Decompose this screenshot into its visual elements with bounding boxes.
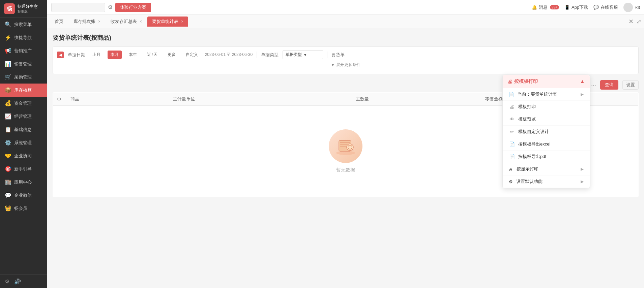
bell-icon: 🔔 xyxy=(532,5,537,10)
sidebar-item-member-label: 畅会员 xyxy=(14,205,27,212)
sidebar-item-member[interactable]: 👑 畅会员 xyxy=(0,202,47,215)
app-download-label: App下载 xyxy=(572,4,588,10)
logo-icon: 畅 xyxy=(4,3,15,14)
sidebar-item-wechat[interactable]: 💬 企业微信 xyxy=(0,189,47,202)
trial-button[interactable]: 体验行业方案 xyxy=(115,3,151,12)
filter-collapse-btn[interactable]: ◀ xyxy=(57,52,64,58)
sales-icon: 📊 xyxy=(5,61,11,67)
empty-illustration xyxy=(329,129,362,163)
tab-home[interactable]: 首页 xyxy=(50,17,68,27)
dropdown-item-export-pdf[interactable]: 📄 按模板导出pdf xyxy=(503,151,590,163)
member-icon: 👑 xyxy=(5,205,11,212)
set-default-arrow: ▶ xyxy=(581,179,584,184)
date-btn-last-month[interactable]: 上月 xyxy=(89,51,104,59)
topbar-gear-icon[interactable]: ⚙ xyxy=(108,4,113,10)
export-excel-label: 按模板导出excel xyxy=(518,141,550,147)
date-range-display: 2023-06-01 至 2023-06-30 xyxy=(205,52,253,58)
dropdown-current-item[interactable]: 📄 当前：要货单统计表 ▶ xyxy=(503,88,590,101)
svg-rect-3 xyxy=(340,144,347,145)
query-btn[interactable]: 查询 xyxy=(600,80,618,90)
sidebar: 畅 畅通好生意 标准版 🔍 搜索菜单 ⚡ 快捷导航 📢 营销推广 📊 销售管理 … xyxy=(0,0,47,288)
sidebar-item-enterprise[interactable]: 🤝 企业协同 xyxy=(0,149,47,162)
tab-home-label: 首页 xyxy=(55,19,63,25)
online-service-label: 在线客服 xyxy=(601,4,618,10)
settings-footer-icon[interactable]: ⚙ xyxy=(5,278,9,285)
col-settings: ⚙ xyxy=(53,93,66,106)
user-area[interactable]: Rit xyxy=(623,3,640,12)
dropdown-header: 🖨 按模板打印 ▲ xyxy=(503,75,590,88)
sidebar-item-quick-nav-label: 快捷导航 xyxy=(14,35,32,41)
col-unit: 主计量单位 xyxy=(169,93,352,106)
logo-badge: 标准版 xyxy=(18,9,38,14)
dropdown-item-display-print[interactable]: 🖨 按显示打印 ▶ xyxy=(503,163,590,175)
sidebar-item-marketing-label: 营销推广 xyxy=(14,48,32,54)
sidebar-item-finance[interactable]: 💰 资金管理 xyxy=(0,97,47,110)
sidebar-item-inventory[interactable]: 📦 库存核算 xyxy=(0,84,47,97)
sidebar-item-operation[interactable]: 📈 经营管理 xyxy=(0,110,47,123)
tab-collection-summary[interactable]: 收发存汇总表 × xyxy=(106,17,147,27)
date-btn-current-month[interactable]: 本月 xyxy=(108,51,122,59)
dropdown-item-template-preview[interactable]: 👁 模板预览 xyxy=(503,113,590,126)
tab-inventory-batch-close[interactable]: × xyxy=(98,19,100,24)
sidebar-item-appstore-label: 应用中心 xyxy=(14,179,32,185)
dropdown-collapse-btn[interactable]: ▲ xyxy=(580,78,585,85)
tab-order-stats[interactable]: 要货单统计表 × xyxy=(147,17,188,27)
notifications-btn[interactable]: 🔔 消息 99+ xyxy=(532,4,559,10)
print-dropdown-menu: 🖨 按模板打印 ▲ 📄 当前：要货单统计表 ▶ 🖨 模板打印 👁 模板预览 xyxy=(502,75,590,188)
dropdown-item-template-print[interactable]: 🖨 模板打印 xyxy=(503,101,590,113)
online-service-btn[interactable]: 💬 在线客服 xyxy=(593,4,618,10)
tab-order-stats-close[interactable]: × xyxy=(181,19,183,24)
date-btn-custom[interactable]: 自定义 xyxy=(183,51,201,59)
settings-btn[interactable]: 设置 xyxy=(622,80,639,90)
sidebar-item-sales[interactable]: 📊 销售管理 xyxy=(0,57,47,70)
sidebar-item-marketing[interactable]: 📢 营销推广 xyxy=(0,44,47,57)
col-quantity: 主数量 xyxy=(352,93,481,106)
date-btn-7days[interactable]: 近7天 xyxy=(144,51,160,59)
close-tab-btn[interactable]: ✕ xyxy=(628,18,634,25)
quick-nav-icon: ⚡ xyxy=(5,34,11,41)
sidebar-item-basic[interactable]: 📋 基础信息 xyxy=(0,123,47,136)
wechat-icon: 💬 xyxy=(5,192,11,198)
dropdown-item-template-design[interactable]: ✏ 模板自定义设计 xyxy=(503,126,590,138)
sidebar-item-appstore[interactable]: 🏬 应用中心 xyxy=(0,175,47,189)
sidebar-item-purchase[interactable]: 🛒 采购管理 xyxy=(0,70,47,84)
tab-collection-summary-close[interactable]: × xyxy=(140,19,142,24)
template-design-icon: ✏ xyxy=(509,129,515,134)
tab-inventory-batch[interactable]: 库存批次账 × xyxy=(69,17,105,27)
print-menu-icon: 🖨 xyxy=(507,79,512,84)
finance-icon: 💰 xyxy=(5,100,11,106)
dropdown-item-set-default[interactable]: ⚙ 设置默认功能 ▶ xyxy=(503,175,590,188)
template-print-icon: 🖨 xyxy=(509,104,515,109)
table-settings-icon[interactable]: ⚙ xyxy=(57,96,61,102)
type-select-arrow: ▼ xyxy=(303,53,307,57)
col-goods: 商品 xyxy=(66,93,169,106)
topbar: ⚙ 体验行业方案 🔔 消息 99+ 📱 App下载 💬 在线客服 Rit xyxy=(47,0,644,15)
tab-collection-summary-label: 收发存汇总表 xyxy=(111,19,137,25)
dropdown-item-export-excel[interactable]: 📄 按模板导出excel xyxy=(503,138,590,151)
sidebar-item-guide-label: 新手引导 xyxy=(14,166,32,172)
more-options-btn[interactable]: ··· xyxy=(591,82,596,89)
sidebar-item-finance-label: 资金管理 xyxy=(14,100,32,106)
svg-point-0 xyxy=(336,151,355,155)
maximize-btn[interactable]: ⤢ xyxy=(636,18,641,25)
sidebar-item-wechat-label: 企业微信 xyxy=(14,192,32,198)
sidebar-item-guide[interactable]: 🎯 新手引导 xyxy=(0,162,47,175)
phone-icon: 📱 xyxy=(564,5,570,10)
sidebar-item-operation-label: 经营管理 xyxy=(14,114,32,120)
appstore-icon: 🏬 xyxy=(5,179,11,185)
app-download-btn[interactable]: 📱 App下载 xyxy=(564,4,588,10)
date-btn-current-year[interactable]: 本年 xyxy=(126,51,140,59)
type-filter-select[interactable]: 单据类型 ▼ xyxy=(283,50,323,59)
sidebar-item-purchase-label: 采购管理 xyxy=(14,74,32,80)
sidebar-item-quick-nav[interactable]: ⚡ 快捷导航 xyxy=(0,31,47,44)
expand-conditions-btn[interactable]: ▼ 展开更多条件 xyxy=(57,59,634,70)
goods-filter-label: 要货单 xyxy=(331,52,345,58)
audio-footer-icon[interactable]: 🔊 xyxy=(14,278,21,285)
topbar-search-input[interactable] xyxy=(51,3,105,12)
sidebar-item-basic-label: 基础信息 xyxy=(14,127,32,133)
date-btn-more[interactable]: 更多 xyxy=(165,51,179,59)
date-filter-label: 单据日期 xyxy=(68,52,85,58)
sidebar-item-search[interactable]: 🔍 搜索菜单 xyxy=(0,18,47,31)
sidebar-item-sales-label: 销售管理 xyxy=(14,61,32,67)
sidebar-item-system[interactable]: ⚙️ 系统管理 xyxy=(0,136,47,149)
